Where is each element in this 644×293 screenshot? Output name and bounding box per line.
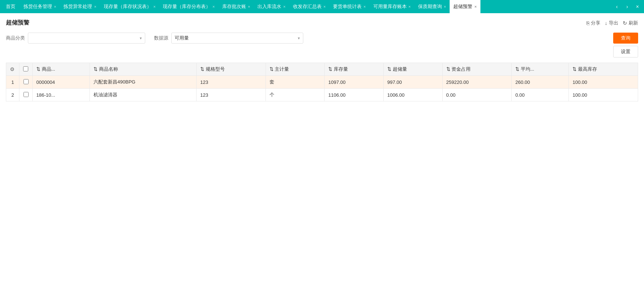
- col-sort-avg: ⇅: [515, 66, 519, 72]
- col-sort-overstock: ⇅: [387, 66, 391, 72]
- col-header-spec[interactable]: ⇅ 规格型号: [197, 63, 266, 76]
- nav-tab-2[interactable]: 拣货异常处理 ×: [60, 0, 100, 13]
- col-header-checkbox[interactable]: [19, 63, 33, 76]
- export-button[interactable]: ↓ 导出: [605, 20, 618, 26]
- col-header-max-stock[interactable]: ⇅ 最高库存: [569, 63, 638, 76]
- refresh-button[interactable]: ↻ 刷新: [623, 20, 638, 26]
- row-num-0: 1: [6, 76, 19, 89]
- category-label: 商品分类: [6, 35, 25, 41]
- cell-unit-0: 套: [266, 76, 325, 89]
- select-all-checkbox[interactable]: [23, 66, 28, 71]
- col-header-setting[interactable]: ⚙: [6, 63, 19, 76]
- cell-avg-1: 0.00: [512, 89, 569, 101]
- filter-section: 商品分类 ▾ 数据源 可用量 ▾ 查询 设置: [6, 33, 638, 58]
- cell-overstock-1: 1006.00: [383, 89, 442, 101]
- nav-bar: 首页 拣货任务管理 × 拣货异常处理 × 现存量（库存状况表） × 现存量（库存…: [0, 0, 644, 13]
- nav-tab-4[interactable]: 现存量（库存分布表） ×: [159, 0, 218, 13]
- nav-tab-8[interactable]: 要货单统计表 ×: [329, 0, 369, 13]
- col-sort-max-stock: ⇅: [572, 66, 577, 72]
- datasource-select[interactable]: 可用量 ▾: [171, 33, 303, 44]
- share-button[interactable]: ⎘ 分享: [586, 20, 600, 26]
- datasource-label: 数据源: [154, 35, 168, 41]
- nav-tab-11[interactable]: 超储预警 ×: [450, 0, 480, 13]
- export-icon: ↓: [605, 20, 607, 26]
- close-tab-1[interactable]: ×: [54, 4, 56, 9]
- cell-spec-1: 123: [197, 89, 266, 101]
- col-sort-stock: ⇅: [328, 66, 332, 72]
- refresh-icon: ↻: [623, 20, 627, 26]
- setting-button[interactable]: 设置: [613, 46, 638, 58]
- row-select-1[interactable]: [23, 92, 29, 97]
- col-header-stock[interactable]: ⇅ 库存量: [325, 63, 384, 76]
- nav-tab-1[interactable]: 拣货任务管理 ×: [20, 0, 60, 13]
- close-tab-9[interactable]: ×: [409, 4, 411, 9]
- nav-arrow-close[interactable]: ×: [632, 0, 643, 13]
- table-row: 1 0000004 六配套新昌490BPG 123 套 1097.00 997.…: [6, 76, 638, 89]
- row-select-0[interactable]: [23, 79, 29, 84]
- col-header-overstock[interactable]: ⇅ 超储量: [383, 63, 442, 76]
- datasource-value: 可用量: [175, 35, 189, 41]
- close-tab-10[interactable]: ×: [444, 4, 446, 9]
- cell-avg-0: 260.00: [512, 76, 569, 89]
- cell-product-name-1: 机油滤清器: [90, 89, 197, 101]
- close-tab-4[interactable]: ×: [212, 4, 215, 9]
- cell-stock-1: 1106.00: [325, 89, 384, 101]
- col-header-avg[interactable]: ⇅ 平均...: [512, 63, 569, 76]
- close-tab-11[interactable]: ×: [474, 4, 476, 9]
- col-header-product-code[interactable]: ⇅ 商品...: [33, 63, 90, 76]
- cell-unit-1: 个: [266, 89, 325, 101]
- row-checkbox-0[interactable]: [19, 76, 33, 89]
- close-tab-5[interactable]: ×: [248, 4, 250, 9]
- datasource-arrow-icon: ▾: [298, 36, 300, 41]
- settings-icon[interactable]: ⚙: [10, 66, 15, 72]
- close-tab-8[interactable]: ×: [363, 4, 366, 9]
- cell-overstock-0: 997.00: [383, 76, 442, 89]
- nav-home[interactable]: 首页: [1, 3, 20, 10]
- table-header-row: ⚙ ⇅ 商品... ⇅ 商品名称 ⇅ 规格型号 ⇅: [6, 63, 638, 76]
- cell-spec-0: 123: [197, 76, 266, 89]
- cell-max-stock-0: 100.00: [569, 76, 638, 89]
- action-buttons: 查询 设置: [613, 33, 638, 58]
- datasource-filter-group: 数据源 可用量 ▾: [154, 33, 303, 44]
- nav-arrows: ‹ › ×: [612, 0, 643, 13]
- cell-max-stock-1: 100.00: [569, 89, 638, 101]
- col-sort-unit: ⇅: [270, 66, 274, 72]
- close-tab-6[interactable]: ×: [283, 4, 285, 9]
- close-tab-7[interactable]: ×: [323, 4, 326, 9]
- cell-product-name-0: 六配套新昌490BPG: [90, 76, 197, 89]
- nav-tab-5[interactable]: 库存批次账 ×: [219, 0, 254, 13]
- col-sort-spec: ⇅: [200, 66, 204, 72]
- col-sort-capital: ⇅: [446, 66, 450, 72]
- row-checkbox-1[interactable]: [19, 89, 33, 101]
- nav-arrow-left[interactable]: ‹: [612, 0, 622, 13]
- page-header: 超储预警 ⎘ 分享 ↓ 导出 ↻ 刷新: [6, 19, 638, 27]
- category-filter-group: 商品分类 ▾: [6, 33, 145, 44]
- share-icon: ⎘: [586, 20, 589, 26]
- page-title: 超储预警: [6, 19, 29, 27]
- cell-product-code-0: 0000004: [33, 76, 90, 89]
- cell-product-code-1: 186-10...: [33, 89, 90, 101]
- category-arrow-icon: ▾: [140, 36, 142, 41]
- cell-stock-0: 1097.00: [325, 76, 384, 89]
- col-header-product-name[interactable]: ⇅ 商品名称: [90, 63, 197, 76]
- nav-tab-9[interactable]: 可用量库存账本 ×: [370, 0, 414, 13]
- close-tab-2[interactable]: ×: [94, 4, 96, 9]
- data-table: ⚙ ⇅ 商品... ⇅ 商品名称 ⇅ 规格型号 ⇅: [6, 63, 638, 101]
- cell-capital-0: 259220.00: [442, 76, 512, 89]
- row-num-1: 2: [6, 89, 19, 101]
- col-sort-product-name: ⇅: [94, 66, 98, 72]
- nav-tab-6[interactable]: 出入库流水 ×: [254, 0, 289, 13]
- table-row: 2 186-10... 机油滤清器 123 个 1106.00 1006.00 …: [6, 89, 638, 101]
- nav-tab-7[interactable]: 收发存汇总表 ×: [289, 0, 329, 13]
- query-button[interactable]: 查询: [613, 33, 638, 44]
- close-tab-3[interactable]: ×: [153, 4, 155, 9]
- col-header-capital[interactable]: ⇅ 资金占用: [442, 63, 512, 76]
- col-header-unit[interactable]: ⇅ 主计量: [266, 63, 325, 76]
- nav-tab-3[interactable]: 现存量（库存状况表） ×: [100, 0, 159, 13]
- category-select[interactable]: ▾: [28, 33, 145, 44]
- col-sort-product-code: ⇅: [36, 66, 40, 72]
- nav-tab-10[interactable]: 保质期查询 ×: [414, 0, 450, 13]
- page-content: 超储预警 ⎘ 分享 ↓ 导出 ↻ 刷新 商品分类 ▾: [0, 13, 644, 293]
- filters-container: 商品分类 ▾ 数据源 可用量 ▾: [6, 33, 607, 44]
- nav-arrow-right[interactable]: ›: [622, 0, 632, 13]
